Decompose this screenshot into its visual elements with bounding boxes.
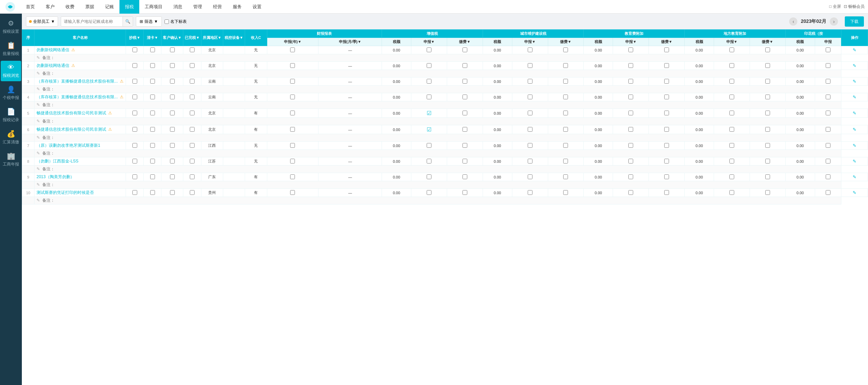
edit-icon[interactable]: ✎ bbox=[853, 143, 856, 148]
confirm-checkbox[interactable] bbox=[170, 127, 175, 132]
note-edit-icon[interactable]: ✎ bbox=[37, 71, 40, 76]
note-edit-icon[interactable]: ✎ bbox=[37, 135, 40, 140]
cs-jiao-checkbox[interactable] bbox=[563, 111, 568, 115]
jy-jiao-checkbox[interactable] bbox=[664, 111, 669, 115]
note-edit-icon[interactable]: ✎ bbox=[37, 182, 40, 187]
zz-jiao-checkbox[interactable] bbox=[463, 159, 467, 163]
df-jiao-checkbox[interactable] bbox=[765, 47, 770, 52]
paid-checkbox[interactable] bbox=[190, 174, 195, 179]
df-checkbox[interactable] bbox=[729, 95, 734, 99]
prev-month-button[interactable]: ‹ bbox=[789, 17, 797, 26]
jy-checkbox[interactable] bbox=[628, 79, 633, 84]
zz-checkbox[interactable] bbox=[427, 159, 431, 163]
caibao-year-checkbox[interactable] bbox=[290, 190, 295, 195]
note-edit-icon[interactable]: ✎ bbox=[37, 119, 40, 124]
sidebar-item-tax-settings[interactable]: ⚙ 报税设置 bbox=[1, 16, 21, 37]
confirm-checkbox[interactable] bbox=[170, 95, 175, 99]
edit-icon[interactable]: ✎ bbox=[853, 127, 856, 132]
edit-icon[interactable]: ✎ bbox=[853, 63, 856, 68]
cs-checkbox[interactable] bbox=[528, 143, 532, 148]
confirm-checkbox[interactable] bbox=[170, 143, 175, 148]
chaoshui-checkbox[interactable] bbox=[132, 190, 137, 195]
zz-checkbox[interactable] bbox=[427, 47, 431, 52]
df-checkbox[interactable] bbox=[729, 127, 734, 132]
jy-checkbox[interactable] bbox=[628, 95, 633, 99]
chaoshui-checkbox[interactable] bbox=[132, 79, 137, 84]
yh-checkbox[interactable] bbox=[826, 111, 830, 115]
cs-jiao-checkbox[interactable] bbox=[563, 63, 568, 68]
edit-icon[interactable]: ✎ bbox=[853, 190, 856, 195]
jy-jiao-checkbox[interactable] bbox=[664, 174, 669, 179]
chaoshui-checkbox[interactable] bbox=[132, 174, 137, 179]
note-edit-icon[interactable]: ✎ bbox=[37, 55, 40, 60]
df-jiao-checkbox[interactable] bbox=[765, 174, 770, 179]
df-jiao-checkbox[interactable] bbox=[765, 63, 770, 68]
qingka-checkbox[interactable] bbox=[150, 143, 155, 148]
jy-checkbox[interactable] bbox=[628, 190, 633, 195]
yh-checkbox[interactable] bbox=[826, 174, 830, 179]
jy-jiao-checkbox[interactable] bbox=[664, 79, 669, 84]
qingka-checkbox[interactable] bbox=[150, 174, 155, 179]
nav-operation[interactable]: 经营 bbox=[208, 0, 227, 14]
sidebar-item-tax-records[interactable]: 📄 报税记录 bbox=[1, 105, 21, 126]
confirm-checkbox[interactable] bbox=[170, 47, 175, 52]
cs-checkbox[interactable] bbox=[528, 127, 532, 132]
edit-icon[interactable]: ✎ bbox=[853, 79, 856, 84]
caibao-year-checkbox[interactable] bbox=[290, 174, 295, 179]
jy-checkbox[interactable] bbox=[628, 174, 633, 179]
paid-checkbox[interactable] bbox=[190, 47, 195, 52]
df-jiao-checkbox[interactable] bbox=[765, 143, 770, 148]
cs-jiao-checkbox[interactable] bbox=[563, 79, 568, 84]
zz-jiao-checkbox[interactable] bbox=[463, 174, 467, 179]
zz-jiao-checkbox[interactable] bbox=[463, 63, 467, 68]
nav-message[interactable]: 消息 bbox=[168, 0, 188, 14]
client-link[interactable]: （库存核算）直播畅捷通信息技术股份有限... bbox=[37, 95, 118, 99]
caibao-year-checkbox[interactable] bbox=[290, 111, 295, 115]
note-edit-icon[interactable]: ✎ bbox=[37, 87, 40, 91]
client-link[interactable]: 测试斯赛的凭证打印的时候是否 bbox=[37, 190, 94, 195]
caibao-year-checkbox[interactable] bbox=[290, 79, 295, 84]
qingka-checkbox[interactable] bbox=[150, 79, 155, 84]
confirm-checkbox[interactable] bbox=[170, 190, 175, 195]
df-jiao-checkbox[interactable] bbox=[765, 159, 770, 163]
edit-icon[interactable]: ✎ bbox=[853, 111, 856, 116]
jy-checkbox[interactable] bbox=[628, 111, 633, 115]
zz-jiao-checkbox[interactable] bbox=[463, 143, 467, 148]
client-link[interactable]: 畅捷通信息技术股份有限公司民非测试 bbox=[37, 127, 106, 132]
jy-checkbox[interactable] bbox=[628, 63, 633, 68]
nav-billing[interactable]: 收费 bbox=[60, 0, 80, 14]
note-edit-icon[interactable]: ✎ bbox=[37, 198, 40, 203]
client-link[interactable]: 勿删新锐网络通信 bbox=[37, 63, 69, 68]
note-edit-icon[interactable]: ✎ bbox=[37, 151, 40, 156]
qingka-checkbox[interactable] bbox=[150, 127, 155, 132]
jy-checkbox[interactable] bbox=[628, 143, 633, 148]
jy-jiao-checkbox[interactable] bbox=[664, 127, 669, 132]
confirm-checkbox[interactable] bbox=[170, 159, 175, 163]
zz-jiao-checkbox[interactable] bbox=[463, 79, 467, 84]
jy-jiao-checkbox[interactable] bbox=[664, 190, 669, 195]
jy-checkbox[interactable] bbox=[628, 159, 633, 163]
qingka-checkbox[interactable] bbox=[150, 95, 155, 99]
confirm-checkbox[interactable] bbox=[170, 63, 175, 68]
confirm-checkbox[interactable] bbox=[170, 111, 175, 115]
df-checkbox[interactable] bbox=[729, 190, 734, 195]
filter-button[interactable]: ⊞ 筛选 ▼ bbox=[136, 16, 162, 27]
cs-checkbox[interactable] bbox=[528, 47, 532, 52]
sidebar-item-tax-browse[interactable]: 👁 报税浏览 bbox=[1, 61, 21, 81]
download-button[interactable]: 下载 bbox=[845, 16, 864, 27]
yh-checkbox[interactable] bbox=[826, 127, 830, 132]
cs-checkbox[interactable] bbox=[528, 95, 532, 99]
nav-business[interactable]: 工商项目 bbox=[139, 0, 168, 14]
paid-checkbox[interactable] bbox=[190, 111, 195, 115]
zz-jiao-checkbox[interactable] bbox=[463, 111, 467, 115]
yh-checkbox[interactable] bbox=[826, 63, 830, 68]
paid-checkbox[interactable] bbox=[190, 95, 195, 99]
paid-checkbox[interactable] bbox=[190, 79, 195, 84]
zz-checkbox[interactable] bbox=[427, 63, 431, 68]
edit-icon[interactable]: ✎ bbox=[853, 95, 856, 100]
qingka-checkbox[interactable] bbox=[150, 111, 155, 115]
zz-jiao-checkbox[interactable] bbox=[463, 127, 467, 132]
df-checkbox[interactable] bbox=[729, 63, 734, 68]
cs-checkbox[interactable] bbox=[528, 79, 532, 84]
caibao-year-checkbox[interactable] bbox=[290, 95, 295, 99]
